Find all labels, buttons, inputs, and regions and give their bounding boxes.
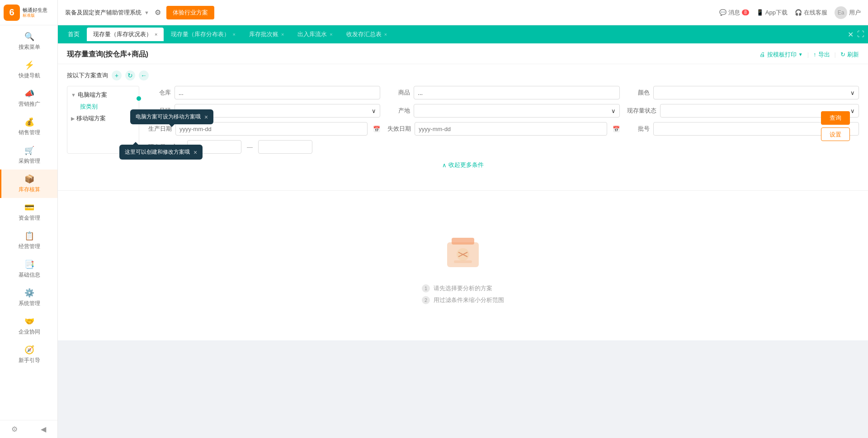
gear-icon: ⚙️	[24, 288, 34, 298]
filter-expiry-date: 失效日期 📅	[387, 122, 619, 136]
tab-close-icon[interactable]: ×	[384, 32, 387, 37]
settings-gear-icon[interactable]: ⚙	[155, 8, 161, 17]
expiry-date-label: 失效日期	[387, 125, 411, 133]
chevron-up-icon: ∧	[442, 162, 447, 169]
sidebar-item-finance[interactable]: 💳 资金管理	[0, 198, 57, 226]
online-service-button[interactable]: 🎧 在线客服	[795, 9, 827, 17]
color-select[interactable]: ∨	[653, 86, 859, 99]
logo-text-block: 畅通好生意 标准版	[23, 7, 47, 19]
sidebar-item-enterprise[interactable]: 🤝 企业协同	[0, 312, 57, 340]
query-set-buttons: 查询 设置	[821, 111, 850, 141]
tab-close-icon[interactable]: ×	[330, 32, 332, 37]
refresh-scheme-button[interactable]: ↻	[125, 71, 135, 80]
tab-in-out-flow[interactable]: 出入库流水 ×	[291, 28, 339, 41]
refresh-icon: ↻	[840, 51, 845, 58]
sidebar-item-system[interactable]: ⚙️ 系统管理	[0, 283, 57, 312]
collapse-sidebar-button[interactable]: ◀	[41, 425, 46, 433]
sidebar-item-label: 采购管理	[19, 157, 40, 165]
tab-inventory-dist[interactable]: 现存量（库存分布表） ×	[165, 28, 241, 41]
message-icon: 💬	[719, 9, 726, 16]
filter-warehouse: 仓库 ...	[148, 86, 380, 99]
tooltip1-close-button[interactable]: ×	[204, 113, 208, 121]
refresh-button[interactable]: ↻ 刷新	[840, 51, 859, 59]
batch-label: 批号	[627, 125, 650, 133]
origin-select[interactable]: ∨	[414, 104, 619, 118]
product-label: 商品	[387, 89, 410, 97]
sidebar-item-inventory[interactable]: 📦 库存核算	[0, 170, 57, 198]
app-download-button[interactable]: 📱 App下载	[756, 9, 788, 17]
page-title: 现存量查询(按仓库+商品)	[67, 50, 148, 59]
sidebar-item-label: 销售管理	[19, 129, 40, 137]
box-icon: 📦	[24, 174, 34, 184]
user-avatar: Ea	[835, 6, 847, 19]
sidebar-item-label: 库存核算	[19, 186, 40, 193]
collapse-filter-button[interactable]: ∧ 收起更多条件	[67, 161, 859, 169]
tab-label: 出入库流水	[297, 30, 327, 38]
export-icon: ↑	[813, 51, 816, 58]
tree-label: 移动端方案	[76, 114, 106, 122]
megaphone-icon: 📣	[24, 89, 34, 99]
origin-label: 产地	[387, 107, 410, 115]
select-dots: ...	[418, 89, 423, 96]
app-name: 畅通好生意	[23, 7, 47, 13]
divider: |	[835, 51, 836, 58]
tooltip-text: 电脑方案可设为移动方案哦	[136, 113, 201, 121]
clipboard-icon: 📋	[24, 231, 34, 241]
tree-item-mobile[interactable]: ▶ 移动端方案	[67, 113, 139, 124]
sidebar-item-search[interactable]: 🔍 搜索菜单	[0, 27, 57, 56]
message-button[interactable]: 💬 消息 8	[719, 9, 749, 17]
sidebar-item-sales[interactable]: 💰 销售管理	[0, 113, 57, 141]
tab-batch-account[interactable]: 库存批次账 ×	[243, 28, 290, 41]
empty-step-2: 2 用过滤条件来缩小分析范围	[422, 296, 504, 304]
tooltip-pc-scheme: 电脑方案可设为移动方案哦 ×	[130, 109, 213, 124]
sidebar-item-label: 新手引导	[19, 357, 40, 364]
export-button[interactable]: ↑ 导出	[813, 51, 830, 59]
warehouse-select[interactable]: ...	[175, 86, 380, 99]
calendar-icon[interactable]: 📅	[613, 126, 620, 132]
tab-close-icon[interactable]: ×	[281, 32, 284, 37]
tab-receive-summary[interactable]: 收发存汇总表 ×	[340, 28, 393, 41]
close-all-tabs-icon[interactable]: ✕	[848, 30, 854, 39]
template-print-button[interactable]: 🖨 按模板打印 ▼	[760, 51, 803, 59]
tab-close-icon[interactable]: ×	[232, 32, 235, 37]
expiry-date-input[interactable]	[415, 122, 607, 136]
calendar-icon[interactable]: 📅	[373, 126, 380, 132]
dropdown-arrow: ∨	[372, 108, 376, 114]
sidebar-item-label: 企业协同	[19, 328, 40, 336]
query-button[interactable]: 查询	[821, 111, 850, 125]
tab-close-icon[interactable]: ×	[155, 32, 157, 37]
tab-label: 收发存汇总表	[346, 30, 382, 38]
sidebar-logo: 6 畅通好生意 标准版	[0, 0, 57, 25]
stock-qty-max[interactable]	[258, 140, 312, 154]
tab-home[interactable]: 首页	[61, 28, 86, 41]
user-avatar-button[interactable]: Ea 用户	[835, 6, 861, 19]
warehouse-label: 仓库	[148, 89, 171, 97]
empty-step-1: 1 请先选择要分析的方案	[422, 284, 504, 292]
sidebar-item-quick-nav[interactable]: ⚡ 快捷导航	[0, 56, 57, 84]
sidebar-item-base-info[interactable]: 📑 基础信息	[0, 255, 57, 283]
tabbar-actions: ✕ ⛶	[848, 30, 864, 39]
sidebar-item-marketing[interactable]: 📣 营销推广	[0, 84, 57, 113]
settings-button[interactable]: ⚙	[11, 425, 18, 433]
sidebar-item-label: 基础信息	[19, 271, 40, 279]
tabbar: 首页 现存量（库存状况表） × 现存量（库存分布表） × 库存批次账 × 出入库…	[58, 25, 868, 43]
sidebar-item-purchase[interactable]: 🛒 采购管理	[0, 141, 57, 170]
filter-header: 按以下方案查询 + ↻ ← 电脑方案可设为移动方案哦 × 这里可以创建和修改方案…	[67, 71, 859, 80]
tree-item-pc[interactable]: ▼ 电脑端方案	[67, 89, 139, 101]
dropdown-arrow-icon: ▼	[798, 52, 803, 57]
sidebar-item-operation[interactable]: 📋 经营管理	[0, 226, 57, 255]
app-badge: 标准版	[23, 13, 47, 19]
sidebar-item-beginner[interactable]: 🧭 新手引导	[0, 340, 57, 369]
maximize-icon[interactable]: ⛶	[857, 30, 864, 38]
lightning-icon: ⚡	[24, 60, 34, 70]
product-select[interactable]: ...	[414, 86, 619, 99]
back-button[interactable]: ←	[139, 71, 149, 80]
tab-inventory-status[interactable]: 现存量（库存状况表） ×	[87, 28, 164, 41]
trial-button[interactable]: 体验行业方案	[166, 6, 214, 19]
sidebar-item-label: 营销推广	[19, 100, 40, 108]
tooltip2-close-button[interactable]: ×	[193, 149, 197, 156]
add-scheme-button[interactable]: +	[112, 71, 122, 80]
tree-item-pc-category[interactable]: 按类别	[67, 101, 139, 113]
filter-row-1: 仓库 ... 商品 ...	[148, 86, 859, 99]
set-button[interactable]: 设置	[821, 127, 850, 141]
